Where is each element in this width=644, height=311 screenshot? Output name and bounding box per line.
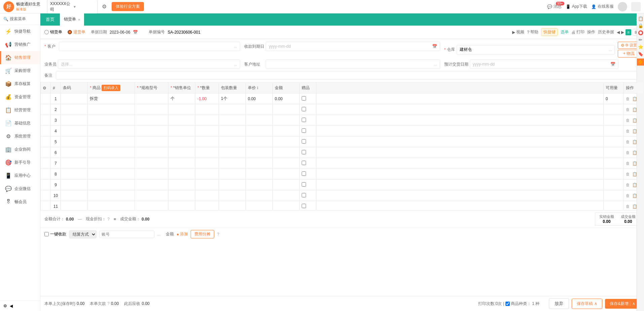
cell-unit-7[interactable] [168, 169, 195, 180]
sidebar-item-purchase[interactable]: 🛒 采购管理 [0, 64, 40, 77]
tab-sales-order[interactable]: 销货单 × [60, 13, 84, 26]
return-order-radio[interactable]: 退货单 [68, 29, 85, 35]
cell-unit-1[interactable] [168, 104, 195, 115]
app-download-button[interactable]: 📱 App下载 [566, 4, 587, 9]
cell-unit-6[interactable] [168, 158, 195, 169]
rp-icon-4[interactable]: ✏ [639, 37, 642, 42]
tab-close-icon[interactable]: × [78, 17, 80, 22]
cell-price-3[interactable] [246, 126, 273, 137]
sale-order-radio[interactable]: 销货单 [44, 29, 62, 35]
company-selector[interactable]: XXXXXX公司 ▾ [47, 0, 98, 14]
cell-remark-1[interactable] [316, 104, 604, 115]
cell-spec-1[interactable] [135, 104, 168, 115]
expected-delivery-input[interactable]: yyyy-mm-dd 📅 [470, 60, 618, 69]
sidebar-item-sales[interactable]: 🏠 销售管理 [0, 51, 40, 64]
list-view-button[interactable]: ≡ [626, 29, 631, 35]
cell-price-0[interactable]: 0.00 [246, 93, 273, 104]
cell-pack-2[interactable] [219, 115, 246, 126]
cell-spec-0[interactable] [135, 93, 168, 104]
cell-spec-9[interactable] [135, 190, 168, 201]
delete-row-6[interactable]: 🗑 [626, 161, 630, 166]
sidebar-search[interactable]: 🔍 搜索菜单 [0, 13, 40, 25]
cell-pack-5[interactable] [219, 147, 246, 158]
cell-qty-8[interactable] [195, 180, 219, 190]
payment-account-input[interactable] [99, 231, 154, 238]
salesperson-input[interactable]: 选择... ... [58, 60, 240, 69]
delete-row-2[interactable]: 🗑 [626, 118, 630, 123]
cell-pack-1[interactable] [219, 104, 246, 115]
cell-barcode-9[interactable] [61, 190, 88, 201]
cell-gift-6[interactable] [300, 158, 316, 169]
cell-goods-3[interactable] [88, 126, 135, 137]
cell-amount-1[interactable] [273, 104, 300, 115]
cell-barcode-10[interactable] [61, 201, 88, 210]
cell-barcode-8[interactable] [61, 180, 88, 190]
cell-spec-4[interactable] [135, 137, 168, 147]
cell-goods-10[interactable] [88, 201, 135, 210]
sidebar-item-quick-nav[interactable]: ⚡ 快捷导航 [0, 25, 40, 38]
cell-pack-3[interactable] [219, 126, 246, 137]
receive-date-input[interactable]: yyyy-mm-dd 📅 [266, 42, 440, 51]
cell-spec-10[interactable] [135, 201, 168, 210]
cell-pack-7[interactable] [219, 169, 246, 180]
sidebar-item-enterprise[interactable]: 🏢 企业协同 [0, 143, 40, 156]
cell-goods-1[interactable] [88, 104, 135, 115]
cell-amount-5[interactable] [273, 147, 300, 158]
cell-pack-6[interactable] [219, 158, 246, 169]
goods-type-filter[interactable]: 商品种类： 1 种 [505, 301, 539, 307]
save-draft-button[interactable]: 保存草稿 ∧ [572, 299, 602, 309]
cell-barcode-0[interactable] [61, 93, 88, 104]
cell-spec-6[interactable] [135, 158, 168, 169]
cell-pack-0[interactable]: 1个 [219, 93, 246, 104]
rp-icon-3[interactable]: ⭕ [638, 30, 643, 35]
cell-amount-4[interactable] [273, 137, 300, 147]
cell-remark-0[interactable] [316, 93, 604, 104]
messages-button[interactable]: 💬 消息 99+ [547, 4, 562, 9]
sidebar-item-basic[interactable]: 📄 基础信息 [0, 117, 40, 130]
cell-remark-7[interactable] [316, 169, 604, 180]
sidebar-item-operations[interactable]: 📋 经营管理 [0, 104, 40, 117]
cell-goods-6[interactable] [88, 158, 135, 169]
cell-amount-9[interactable] [273, 190, 300, 201]
calendar-icon[interactable]: 📅 [133, 30, 138, 35]
cell-gift-0[interactable] [300, 93, 316, 104]
operation-button[interactable]: 操作 [587, 29, 595, 35]
cell-amount-8[interactable] [273, 180, 300, 190]
prev-nav-icon[interactable]: ◀ [617, 30, 620, 35]
cell-gift-7[interactable] [300, 169, 316, 180]
rp-icon-6[interactable]: 🔖 [638, 51, 643, 56]
delete-row-4[interactable]: 🗑 [626, 140, 630, 144]
cell-barcode-1[interactable] [61, 104, 88, 115]
cell-price-9[interactable] [246, 190, 273, 201]
cell-qty-6[interactable] [195, 158, 219, 169]
next-nav-icon[interactable]: ▶ [621, 30, 624, 35]
cell-gift-9[interactable] [300, 190, 316, 201]
cell-price-4[interactable] [246, 137, 273, 147]
print-button[interactable]: 🖨 打印 [571, 29, 584, 35]
delete-row-10[interactable]: 🗑 [626, 204, 630, 209]
cell-gift-3[interactable] [300, 126, 316, 137]
cell-barcode-6[interactable] [61, 158, 88, 169]
cell-remark-2[interactable] [316, 115, 604, 126]
cell-barcode-4[interactable] [61, 137, 88, 147]
sidebar-item-apps[interactable]: 📱 应用中心 [0, 169, 40, 182]
one-click-payment-checkbox[interactable]: 一键收款 [44, 231, 66, 237]
settings-icon[interactable]: ⚙ [100, 2, 109, 11]
sidebar-item-member[interactable]: 🎖 畅会员 [0, 195, 40, 208]
cell-goods-2[interactable] [88, 115, 135, 126]
cell-qty-5[interactable] [195, 147, 219, 158]
delete-row-3[interactable]: 🗑 [626, 129, 630, 133]
cell-spec-8[interactable] [135, 180, 168, 190]
cell-price-6[interactable] [246, 158, 273, 169]
cell-price-2[interactable] [246, 115, 273, 126]
calendar-delivery-icon[interactable]: 📅 [610, 62, 615, 67]
rp-icon-1[interactable]: 📋 [638, 16, 643, 21]
cell-goods-0[interactable]: 拆货 [88, 93, 135, 104]
delete-row-1[interactable]: 🗑 [626, 107, 630, 112]
cell-qty-4[interactable] [195, 137, 219, 147]
cell-barcode-5[interactable] [61, 147, 88, 158]
shortcut-button[interactable]: 快捷键 [541, 28, 558, 36]
sidebar-item-inventory[interactable]: 📦 库存核算 [0, 77, 40, 90]
settings-bottom-icon[interactable]: ⚙ [3, 304, 7, 308]
delete-row-5[interactable]: 🗑 [626, 150, 630, 155]
